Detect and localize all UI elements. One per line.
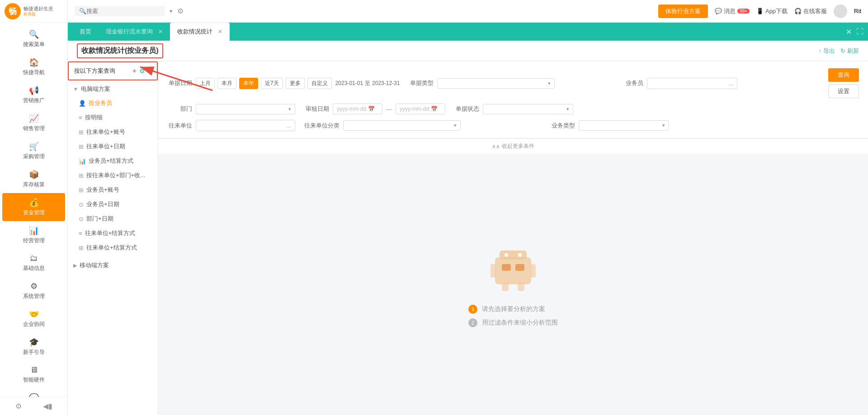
wechat-icon: 💬 bbox=[29, 393, 39, 397]
business-type-select[interactable]: ▾ bbox=[579, 120, 669, 131]
sidebar-item-inventory[interactable]: 📦 库存核算 bbox=[0, 165, 67, 193]
counterpart-select[interactable]: ... bbox=[196, 120, 295, 131]
voucher-type-filter: 单据类型 ▾ bbox=[409, 78, 609, 89]
date-dash: — bbox=[386, 106, 392, 113]
scheme-item-salesman_settlement[interactable]: 📊 业务员+结算方式 bbox=[68, 154, 158, 168]
sidebar-item-operation[interactable]: 📊 经营管理 bbox=[0, 221, 67, 249]
dropdown-icon[interactable]: ▾ bbox=[170, 8, 173, 14]
audit-date-from[interactable]: yyyy-mm-dd 📅 bbox=[333, 104, 382, 114]
sidebar-item-corp[interactable]: 🤝 企业协同 bbox=[0, 305, 67, 333]
sidebar-item-marketing[interactable]: 📢 营销推广 bbox=[0, 81, 67, 109]
export-button[interactable]: ↑ 导出 bbox=[819, 47, 835, 55]
business-type-filter: 业务类型 ▾ bbox=[550, 120, 787, 131]
tab-home[interactable]: 首页 bbox=[72, 23, 99, 41]
query-button[interactable]: 查询 bbox=[828, 68, 859, 82]
search-icon: 🔍 bbox=[79, 8, 86, 14]
tab-maximize-icon[interactable]: ⛶ bbox=[856, 28, 863, 36]
empty-illustration bbox=[486, 241, 540, 296]
sidebar-item-hardware[interactable]: 🖥 智能硬件 bbox=[0, 361, 67, 388]
scheme-item-unit_dept_receipt[interactable]: ⊞ 按往来单位+部门+收... bbox=[68, 168, 158, 183]
date-preset-上月[interactable]: 上月 bbox=[196, 78, 215, 89]
audit-from-text: yyyy-mm-dd bbox=[337, 106, 366, 112]
finance-label: 资金管理 bbox=[23, 209, 45, 217]
date-preset-自定义[interactable]: 自定义 bbox=[307, 78, 332, 89]
sidebar-settings-icon[interactable]: ⚙ bbox=[15, 402, 22, 410]
scheme-add-icon[interactable]: + bbox=[132, 67, 137, 75]
message-badge: 99+ bbox=[737, 9, 750, 14]
setting-button[interactable]: 设置 bbox=[828, 85, 859, 98]
sidebar-item-purchase[interactable]: 🛒 采购管理 bbox=[0, 137, 67, 165]
tab-close-all-icon[interactable]: ✕ bbox=[846, 28, 852, 36]
message-action[interactable]: 💬 消息 99+ bbox=[715, 7, 750, 15]
sidebar-collapse-icon[interactable]: ◀▮ bbox=[43, 402, 52, 410]
scheme-item-by_detail[interactable]: ≡ 按明细 bbox=[68, 110, 158, 125]
counterpart-category-select[interactable]: ▾ bbox=[343, 120, 461, 131]
voucher-status-select[interactable]: ▾ bbox=[483, 104, 573, 114]
scheme-gear-icon[interactable]: ⚙ bbox=[139, 67, 145, 75]
tab-receipt-close[interactable]: ✕ bbox=[218, 28, 222, 35]
empty-step-2: 2 用过滤条件来缩小分析范围 bbox=[468, 318, 558, 327]
sales-label: 销售管理 bbox=[23, 125, 45, 132]
collapse-bar[interactable]: ∧∧ 收起更多条件 bbox=[158, 138, 868, 154]
sidebar-item-guide[interactable]: 🎓 新手引导 bbox=[0, 333, 67, 361]
audit-date-to[interactable]: yyyy-mm-dd 📅 bbox=[396, 104, 445, 114]
system-icon: ⚙ bbox=[30, 281, 38, 291]
online-service-action[interactable]: 🎧 在线客服 bbox=[794, 7, 827, 15]
date-preset-本年[interactable]: 本年 bbox=[239, 78, 258, 89]
svg-point-4 bbox=[505, 253, 508, 257]
app-download-action[interactable]: 📱 App下载 bbox=[756, 7, 788, 15]
top-bar-actions: 体验行业方案 💬 消息 99+ 📱 App下载 🎧 在线客服 Rit bbox=[658, 5, 861, 18]
counterpart-more[interactable]: ... bbox=[286, 122, 291, 129]
counterpart-category-label: 往来单位分类 bbox=[304, 122, 340, 130]
date-to: 2023-12-31 bbox=[372, 80, 400, 86]
sidebar-item-basic[interactable]: 🗂 基础信息 bbox=[0, 249, 67, 277]
svg-rect-8 bbox=[502, 282, 509, 291]
scheme-item-unit_date[interactable]: ⊞ 往来单位+日期 bbox=[68, 139, 158, 154]
sidebar-item-sales[interactable]: 📈 销售管理 bbox=[0, 109, 67, 137]
date-preset-近7天[interactable]: 近7天 bbox=[261, 78, 283, 89]
scheme-collapse-icon[interactable]: « bbox=[148, 67, 151, 75]
hardware-label: 智能硬件 bbox=[23, 376, 45, 384]
scheme-group-header-mobile[interactable]: ▶ 移动端方案 bbox=[68, 259, 158, 272]
scheme-item-by_salesman[interactable]: 👤 按业务员 bbox=[68, 96, 158, 110]
refresh-button[interactable]: ↻ 刷新 bbox=[840, 47, 859, 55]
scheme-group-header-pc[interactable]: ▼ 电脑端方案 bbox=[68, 82, 158, 96]
sidebar-item-system[interactable]: ⚙ 系统管理 bbox=[0, 277, 67, 305]
trial-button[interactable]: 体验行业方案 bbox=[658, 5, 708, 18]
sidebar-item-wechat[interactable]: 💬 企业微信 bbox=[0, 388, 67, 397]
date-preset-本月[interactable]: 本月 bbox=[217, 78, 236, 89]
date-preset-更多[interactable]: 更多 bbox=[286, 78, 305, 89]
sidebar-item-finance[interactable]: 💰 资金管理 bbox=[2, 193, 65, 221]
scheme-item-icon-salesman_settlement: 📊 bbox=[79, 158, 86, 165]
scheme-panel-header: 按以下方案查询 + ⚙ « bbox=[68, 61, 158, 80]
sidebar-item-search[interactable]: 🔍 搜索菜单 bbox=[0, 25, 67, 53]
tab-receipt-label: 收款情况统计 bbox=[177, 28, 212, 36]
scheme-item-unit_settlement1[interactable]: ≡ 往来单位+结算方式 bbox=[68, 226, 158, 241]
sidebar-item-quicknav[interactable]: 🏠 快捷导航 bbox=[0, 53, 67, 81]
sales-icon: 📈 bbox=[29, 113, 39, 123]
scheme-item-dept_date[interactable]: ⊙ 部门+日期 bbox=[68, 212, 158, 226]
marketing-icon: 📢 bbox=[29, 85, 39, 95]
tab-bank-close[interactable]: ✕ bbox=[158, 28, 163, 35]
scheme-item-unit_settlement2[interactable]: ⊞ 往来单位+结算方式 bbox=[68, 241, 158, 255]
salesman-more[interactable]: ... bbox=[728, 80, 733, 87]
voucher-type-select[interactable]: ▾ bbox=[437, 78, 555, 89]
filter-row-1: 单据日期 上月本月本年近7天更多自定义 2023-01-01 至 2023-12… bbox=[167, 68, 859, 98]
scheme-item-unit_account[interactable]: ⊞ 往来单位+账号 bbox=[68, 125, 158, 139]
dept-select[interactable]: ▾ bbox=[196, 104, 295, 114]
salesman-select[interactable]: ... bbox=[647, 78, 737, 89]
scheme-item-salesman_account[interactable]: ⊞ 业务员+账号 bbox=[68, 183, 158, 197]
user-avatar[interactable] bbox=[834, 5, 847, 18]
scheme-item-icon-by_detail: ≡ bbox=[79, 114, 82, 121]
scheme-item-icon-unit_dept_receipt: ⊞ bbox=[79, 172, 84, 179]
scheme-item-salesman_date[interactable]: ⊙ 业务员+日期 bbox=[68, 197, 158, 212]
search-input[interactable] bbox=[86, 8, 160, 14]
gear-icon-top[interactable]: ⚙ bbox=[177, 7, 184, 15]
search-box[interactable]: 🔍 bbox=[75, 6, 165, 16]
tab-bank[interactable]: 现金银行流水查询✕ bbox=[99, 23, 170, 41]
scheme-panel: 按以下方案查询 + ⚙ « ▼ 电脑端方案 👤 按业务员 ≡ 按明细 ⊞ 往来单… bbox=[68, 61, 158, 415]
salesman-filter: 业务员 ... bbox=[618, 78, 819, 89]
sidebar-bottom: ⚙ ◀▮ bbox=[0, 397, 67, 415]
tab-receipt[interactable]: 收款情况统计✕ bbox=[170, 23, 230, 41]
scheme-header-title: 按以下方案查询 bbox=[74, 67, 115, 75]
